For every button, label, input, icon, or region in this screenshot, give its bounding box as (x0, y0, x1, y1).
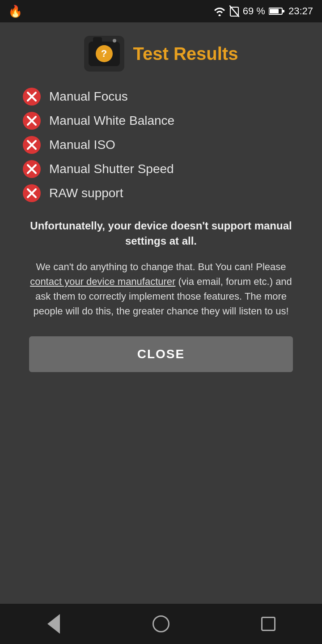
nav-bar (0, 604, 322, 644)
result-item-manual-focus: Manual Focus (22, 87, 300, 106)
result-item-manual-white-balance: Manual White Balance (22, 111, 300, 130)
wifi-icon (213, 6, 226, 16)
results-list: Manual Focus Manual White Balance Ma (22, 87, 300, 203)
battery-text: 69 % (243, 5, 265, 17)
fail-icon-manual-white-balance (22, 111, 41, 130)
time-text: 23:27 (288, 5, 313, 17)
camera-icon: ? (84, 36, 124, 72)
fail-icon-manual-iso (22, 136, 41, 154)
result-label-raw-support: RAW support (49, 186, 123, 200)
fail-icon-manual-shutter (22, 160, 41, 178)
flame-icon: 🔥 (8, 4, 22, 18)
result-item-raw-support: RAW support (22, 184, 300, 203)
result-item-manual-shutter: Manual Shutter Speed (22, 160, 300, 178)
body-text: We can't do anything to change that. But… (22, 259, 300, 318)
question-mark-icon: ? (96, 45, 113, 62)
page-title: Test Results (133, 44, 238, 64)
svg-rect-3 (270, 9, 279, 13)
no-sim-icon (229, 5, 239, 17)
warning-text: Unfortunatelly, your device doesn't supp… (22, 218, 300, 248)
recents-icon (261, 617, 275, 631)
fail-icon-raw-support (22, 184, 41, 203)
main-content: ? Test Results Manual Focus (0, 22, 322, 604)
result-label-manual-white-balance: Manual White Balance (49, 114, 174, 128)
back-icon (47, 614, 60, 634)
svg-rect-4 (282, 10, 284, 13)
body-text-part1: We can't do anything to change that. But… (36, 261, 286, 272)
result-label-manual-iso: Manual ISO (49, 138, 115, 152)
fail-icon-manual-focus (22, 87, 41, 106)
header: ? Test Results (84, 36, 238, 72)
recents-button[interactable] (257, 613, 280, 635)
result-item-manual-iso: Manual ISO (22, 136, 300, 154)
result-label-manual-focus: Manual Focus (49, 89, 128, 104)
battery-icon (269, 7, 285, 16)
result-label-manual-shutter: Manual Shutter Speed (49, 162, 174, 176)
close-button[interactable]: CLOSE (29, 336, 293, 372)
contact-link[interactable]: contact your device manufacturer (30, 276, 175, 287)
back-button[interactable] (42, 613, 65, 635)
home-button[interactable] (150, 613, 172, 635)
home-icon (153, 615, 169, 632)
status-bar: 🔥 69 % 23:27 (0, 0, 322, 22)
